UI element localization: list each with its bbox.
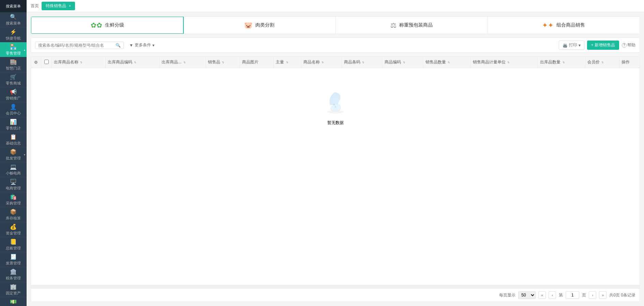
sort-arrows: ⇅	[183, 61, 186, 64]
sidebar-item-fixed-assets[interactable]: 🏢 固定资产	[0, 282, 27, 297]
sort-arrows: ⇅	[448, 61, 450, 64]
tab-weight-prepack-label: 称重预包装商品	[399, 22, 433, 28]
th-product-image[interactable]: 商品图片	[240, 57, 273, 68]
topbar: 首页 特殊销售品 ×	[27, 0, 644, 12]
fresh-grade-icon: ✿✿	[91, 21, 102, 29]
sidebar-item-label: 会员中心	[6, 111, 21, 116]
filter-arrow-icon: ▾	[152, 43, 154, 48]
ecom-mgmt-icon: 🖥️	[10, 179, 17, 185]
sidebar-item-purchase-mgmt[interactable]: 🛍️ 采购管理	[0, 192, 27, 207]
svg-point-3	[336, 103, 338, 104]
prev-page-button[interactable]: ‹	[549, 291, 556, 299]
svg-point-2	[333, 104, 335, 105]
sales-promo-icon: 📢	[10, 89, 17, 95]
sidebar-item-retail-mall[interactable]: 🛒 零售商城	[0, 72, 27, 87]
sort-arrows: ⇅	[286, 61, 288, 64]
sidebar-item-general-ledger[interactable]: 📒 总账管理	[0, 237, 27, 252]
sidebar-item-label: 营销推广	[6, 96, 21, 101]
purchase-mgmt-icon: 🛍️	[10, 194, 17, 200]
home-tab[interactable]: 首页	[31, 3, 39, 9]
sidebar-item-basic-info[interactable]: 📋 基础信息	[0, 132, 27, 147]
sidebar-item-inventory[interactable]: 📦 库存核算	[0, 207, 27, 222]
tab-combo-sales[interactable]: ✦✦ 组合商品销售	[488, 17, 640, 34]
th-product-barcode[interactable]: 商品条码 ⇅	[342, 57, 382, 68]
th-product-code[interactable]: 商品编码 ⇅	[383, 57, 423, 68]
th-out-product-name[interactable]: 出库商品名称 ⇅	[51, 57, 105, 68]
sidebar-logo: 搜索菜单	[0, 0, 27, 12]
sidebar-item-retail-mgmt[interactable]: 🏪 零售管理	[0, 42, 27, 57]
new-sales-label: + 新增销售品	[591, 42, 615, 48]
tab-fresh-grade[interactable]: ✿✿ 生鲜分级	[31, 16, 184, 34]
th-operation: 操作	[619, 57, 640, 68]
sort-arrows: ⇅	[134, 61, 136, 64]
sidebar-item-mini-ecom[interactable]: 💻 小畅电商	[0, 162, 27, 177]
combo-sales-icon: ✦✦	[542, 21, 554, 29]
inventory-icon: 📦	[10, 209, 17, 215]
th-out-product-code[interactable]: 出库商品编码 ⇅	[105, 57, 159, 68]
th-sale-qty[interactable]: 销售品数量 ⇅	[423, 57, 470, 68]
th-checkbox[interactable]	[41, 57, 51, 68]
per-page-label: 每页显示	[499, 292, 515, 298]
sidebar-item-member-center[interactable]: 👤 会员中心	[0, 102, 27, 117]
sidebar-item-tax[interactable]: 🏛️ 税务管理	[0, 267, 27, 282]
help-button[interactable]: ? 帮助	[622, 42, 635, 48]
th-out-qty[interactable]: 出库品数量 ⇅	[538, 57, 585, 68]
first-page-button[interactable]: «	[538, 291, 546, 299]
sidebar-item-search-menu[interactable]: 🔍 搜索菜单	[0, 12, 27, 27]
special-sales-tab[interactable]: 特殊销售品 ×	[42, 2, 75, 10]
sidebar-item-smart-store[interactable]: 🏬 智慧门店	[0, 57, 27, 72]
help-label: 帮助	[627, 42, 635, 48]
tab-weight-prepack[interactable]: ⚖ 称重预包装商品	[336, 17, 488, 34]
sidebar-item-label: 资金管理	[6, 231, 21, 236]
search-input[interactable]	[38, 43, 114, 48]
print-icon: 🖨️	[563, 43, 568, 48]
sidebar-item-invoice[interactable]: 🧾 发票管理	[0, 252, 27, 267]
next-page-button[interactable]: ›	[589, 291, 596, 299]
new-sales-button[interactable]: + 新增销售品	[587, 41, 619, 50]
th-settings[interactable]: ⚙	[31, 57, 41, 68]
th-sale-product[interactable]: 销售品 ⇅	[206, 57, 240, 68]
bottom-scrollbar[interactable]	[31, 285, 640, 288]
sidebar-item-retail-stats[interactable]: 📊 零售统计	[0, 117, 27, 132]
svg-point-1	[333, 97, 339, 104]
quick-nav-icon: ⚡	[10, 29, 17, 35]
close-tab-button[interactable]: ×	[69, 4, 71, 8]
table-header-row: ⚙ 出库商品名称 ⇅ 出库商品编码 ⇅ 出库商品...	[31, 57, 640, 68]
print-arrow-icon: ▾	[579, 43, 581, 48]
print-button[interactable]: 🖨️ 打印 ▾	[559, 41, 584, 50]
th-sale-unit[interactable]: 销售商品计量单位 ⇅	[470, 57, 538, 68]
general-ledger-icon: 📒	[10, 239, 17, 245]
sort-arrows: ⇅	[601, 61, 604, 64]
th-out-product-short[interactable]: 出库商品... ⇅	[160, 57, 206, 68]
sidebar-item-label: 零售统计	[6, 126, 21, 131]
tab-meat-cut[interactable]: 🐷 肉类分割	[183, 17, 335, 34]
sidebar-item-wholesale-mgmt[interactable]: 📦 批发管理	[0, 147, 27, 162]
retail-stats-icon: 📊	[10, 119, 17, 125]
tab-meat-cut-label: 肉类分割	[255, 22, 274, 28]
sidebar-item-payroll[interactable]: 💵 工资	[0, 297, 27, 306]
help-icon: ?	[622, 43, 627, 48]
per-page-select[interactable]: 50 10 20 100	[518, 291, 536, 299]
sidebar-item-ecom-mgmt[interactable]: 🖥️ 电商管理	[0, 177, 27, 192]
search-box[interactable]: 🔍	[35, 42, 124, 49]
sidebar-item-quick-nav[interactable]: ⚡ 快捷导航	[0, 27, 27, 42]
sort-arrows: ⇅	[507, 61, 510, 64]
th-master-measure[interactable]: 主量 ⇅	[274, 57, 301, 68]
sidebar-item-finance[interactable]: 💰 资金管理	[0, 222, 27, 237]
sort-arrows: ⇅	[403, 61, 405, 64]
sidebar-item-sales-promo[interactable]: 📢 营销推广	[0, 87, 27, 102]
sidebar: 搜索菜单 🔍 搜索菜单 ⚡ 快捷导航 🏪 零售管理 🏬 智慧门店 🛒 零售商城 …	[0, 0, 27, 306]
select-all-checkbox[interactable]	[44, 60, 49, 64]
smart-store-icon: 🏬	[10, 59, 17, 65]
page-number-input[interactable]	[566, 291, 579, 299]
th-member-price[interactable]: 会员价 ⇅	[585, 57, 619, 68]
toolbar-right: 🖨️ 打印 ▾ + 新增销售品 ? 帮助	[559, 41, 635, 50]
last-page-button[interactable]: »	[599, 291, 606, 299]
empty-icon	[322, 89, 349, 116]
th-product-name[interactable]: 商品名称 ⇅	[301, 57, 342, 68]
table-wrapper: ⚙ 出库商品名称 ⇅ 出库商品编码 ⇅ 出库商品...	[31, 57, 640, 285]
filter-button[interactable]: ▼ 更多条件 ▾	[126, 41, 157, 49]
category-tabs: ✿✿ 生鲜分级 🐷 肉类分割 ⚖ 称重预包装商品 ✦✦ 组合商品销售	[31, 16, 640, 34]
retail-mgmt-icon: 🏪	[10, 44, 17, 50]
tab-fresh-grade-label: 生鲜分级	[105, 22, 124, 28]
